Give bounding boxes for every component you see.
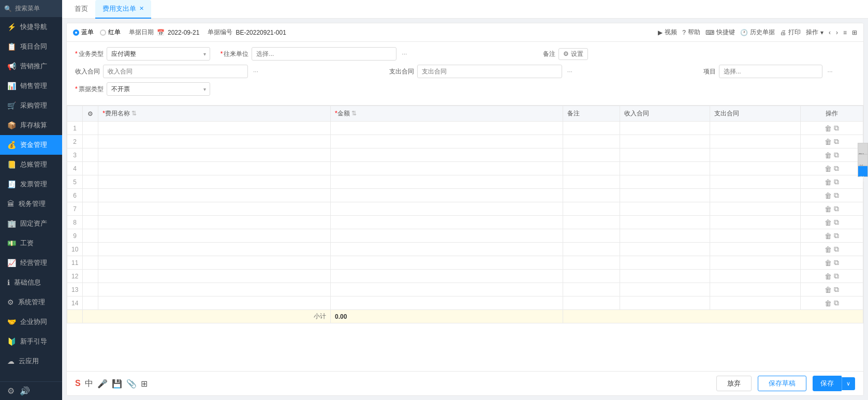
row-remark-1[interactable] (563, 122, 620, 135)
sidebar-item-new-guide[interactable]: 🔰新手引导 (0, 332, 62, 351)
row-delete-btn-10[interactable]: 🗑 (825, 245, 832, 254)
row-income-10[interactable] (620, 243, 710, 256)
row-amount-14[interactable] (331, 297, 563, 310)
row-name-input-11[interactable] (102, 259, 326, 266)
view-list-btn[interactable]: ≡ (843, 29, 847, 36)
row-copy-btn-12[interactable]: ⧉ (834, 272, 839, 280)
row-delete-btn-4[interactable]: 🗑 (825, 165, 832, 173)
business-type-select[interactable]: 应付调整 (107, 47, 210, 61)
sidebar-item-invoice[interactable]: 🧾发票管理 (0, 174, 62, 194)
row-income-5[interactable] (620, 175, 710, 189)
mic-icon[interactable]: 🎤 (97, 379, 108, 389)
row-remark-5[interactable] (563, 175, 620, 189)
row-delete-btn-8[interactable]: 🗑 (825, 218, 832, 227)
s-icon[interactable]: S (75, 379, 81, 388)
row-amount-1[interactable] (331, 122, 563, 135)
row-remark-13[interactable] (563, 283, 620, 297)
row-copy-btn-5[interactable]: ⧉ (834, 177, 839, 186)
income-contract-input[interactable] (103, 65, 248, 78)
row-name-2[interactable] (98, 135, 331, 149)
zhong-icon[interactable]: 中 (85, 378, 93, 389)
sidebar-item-operations[interactable]: 📈经营管理 (0, 253, 62, 273)
expense-contract-ellipsis[interactable]: ··· (567, 68, 572, 75)
row-delete-btn-2[interactable]: 🗑 (825, 138, 832, 146)
row-remark-9[interactable] (563, 229, 620, 243)
sidebar-item-fixed-assets[interactable]: 🏢固定资产 (0, 214, 62, 233)
project-input[interactable] (719, 65, 822, 78)
view-grid-btn[interactable]: ⊞ (852, 29, 857, 36)
grid-icon[interactable]: ⊞ (141, 379, 148, 389)
tab-close-expense[interactable]: ✕ (139, 5, 144, 12)
volume-icon[interactable]: 🔊 (20, 386, 30, 396)
row-name-input-3[interactable] (102, 152, 326, 159)
row-amount-input-8[interactable] (335, 219, 558, 226)
row-remark-6[interactable] (563, 189, 620, 202)
row-expense-8[interactable] (710, 216, 801, 229)
row-amount-3[interactable] (331, 149, 563, 162)
row-remark-11[interactable] (563, 256, 620, 270)
row-amount-9[interactable] (331, 229, 563, 243)
row-expense-7[interactable] (710, 202, 801, 216)
row-copy-btn-2[interactable]: ⧉ (834, 137, 839, 146)
th-amount-sort-icon[interactable]: ⇅ (351, 110, 357, 117)
row-income-1[interactable] (620, 122, 710, 135)
row-expense-5[interactable] (710, 175, 801, 189)
row-amount-input-1[interactable] (335, 125, 558, 132)
partner-input[interactable] (252, 47, 396, 61)
row-income-7[interactable] (620, 202, 710, 216)
row-delete-btn-1[interactable]: 🗑 (825, 124, 832, 132)
nav-right-btn[interactable]: › (836, 29, 838, 36)
row-copy-btn-10[interactable]: ⧉ (834, 245, 839, 254)
row-delete-btn-13[interactable]: 🗑 (825, 286, 832, 294)
row-income-2[interactable] (620, 135, 710, 149)
row-amount-7[interactable] (331, 202, 563, 216)
row-name-14[interactable] (98, 297, 331, 310)
row-name-3[interactable] (98, 149, 331, 162)
row-name-9[interactable] (98, 229, 331, 243)
nav-left-btn[interactable]: ‹ (829, 29, 831, 36)
row-name-4[interactable] (98, 162, 331, 175)
save-main-button[interactable]: 保存 (813, 376, 842, 391)
save-arrow-button[interactable]: ∨ (842, 377, 855, 390)
row-name-12[interactable] (98, 270, 331, 283)
row-copy-btn-6[interactable]: ⧉ (834, 191, 839, 200)
row-amount-2[interactable] (331, 135, 563, 149)
row-copy-btn-1[interactable]: ⧉ (834, 124, 839, 132)
row-income-6[interactable] (620, 189, 710, 202)
row-copy-btn-7[interactable]: ⧉ (834, 204, 839, 213)
sidebar-item-inventory[interactable]: 📦库存核算 (0, 115, 62, 135)
row-amount-input-9[interactable] (335, 232, 558, 240)
project-ellipsis[interactable]: ··· (828, 68, 833, 75)
row-income-4[interactable] (620, 162, 710, 175)
help-btn[interactable]: ? 帮助 (682, 28, 700, 37)
row-expense-10[interactable] (710, 243, 801, 256)
shortcut-btn[interactable]: ⌨ 快捷键 (705, 28, 735, 37)
sidebar-item-sys-manage[interactable]: ⚙系统管理 (0, 292, 62, 312)
row-income-9[interactable] (620, 229, 710, 243)
row-amount-5[interactable] (331, 175, 563, 189)
row-remark-7[interactable] (563, 202, 620, 216)
row-expense-14[interactable] (710, 297, 801, 310)
row-remark-2[interactable] (563, 135, 620, 149)
doc-date-value[interactable]: 2022-09-21 (168, 29, 199, 36)
row-copy-btn-13[interactable]: ⧉ (834, 285, 839, 294)
row-amount-input-10[interactable] (335, 246, 558, 253)
row-delete-btn-14[interactable]: 🗑 (825, 299, 832, 307)
row-name-8[interactable] (98, 216, 331, 229)
row-amount-input-14[interactable] (335, 300, 558, 307)
row-amount-input-5[interactable] (335, 179, 558, 186)
row-amount-input-3[interactable] (335, 152, 558, 159)
row-income-8[interactable] (620, 216, 710, 229)
row-expense-1[interactable] (710, 122, 801, 135)
print-btn[interactable]: 🖨 打印 (780, 28, 801, 37)
row-expense-13[interactable] (710, 283, 801, 297)
settings-bottom-icon[interactable]: ⚙ (7, 386, 14, 396)
row-delete-btn-3[interactable]: 🗑 (825, 151, 832, 159)
invoice-type-select[interactable]: 不开票 (107, 82, 210, 96)
settings-btn[interactable]: ⚙ 设置 (558, 48, 588, 60)
row-amount-input-11[interactable] (335, 259, 558, 266)
income-contract-ellipsis[interactable]: ··· (253, 68, 258, 75)
row-name-input-9[interactable] (102, 232, 326, 240)
row-amount-4[interactable] (331, 162, 563, 175)
edge-tab-1[interactable]: 附 (858, 143, 868, 154)
